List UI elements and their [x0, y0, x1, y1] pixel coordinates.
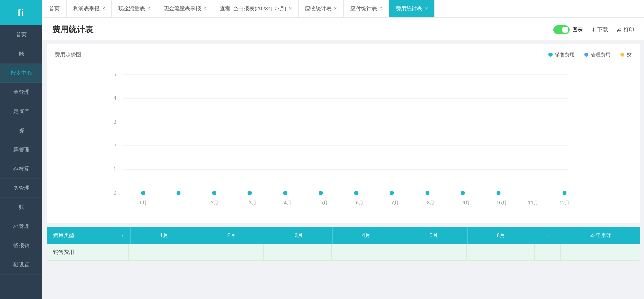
svg-text:3月: 3月 [249, 200, 256, 206]
svg-point-33 [461, 191, 465, 195]
tab-cashflow[interactable]: 现金流量表 × [112, 0, 157, 17]
header-col-5: 5月 [400, 227, 468, 244]
sidebar-item-reimbursement[interactable]: 畅报销 [0, 236, 42, 255]
svg-text:10月: 10月 [497, 200, 507, 206]
sidebar-item-salary[interactable]: 资 [0, 121, 42, 140]
sidebar-item-account2[interactable]: 账 [0, 198, 42, 217]
svg-text:4月: 4月 [284, 200, 292, 206]
content-area: 费用统计表 图表 ⬇ 下载 🖨 打印 费用趋势图 [42, 18, 644, 299]
tab-blank-report[interactable]: 查看_空白报表(2023年02月) × [213, 0, 299, 17]
tab-cashflow-quarterly[interactable]: 现金流量表季报 × [157, 0, 213, 17]
tab-receivable[interactable]: 应收统计表 × [299, 0, 344, 17]
table-header-row: 费用类型 ‹ 1月 2月 3月 4月 5月 6月 › 本年累计 [47, 227, 640, 244]
tab-close-1[interactable]: × [102, 6, 105, 11]
print-label: 打印 [624, 26, 634, 33]
svg-text:4: 4 [114, 95, 116, 101]
svg-text:12月: 12月 [559, 200, 570, 206]
header-col-1: 1月 [131, 227, 198, 244]
next-month-button[interactable]: › [535, 227, 561, 244]
legend-label-finance: 财 [627, 51, 632, 58]
data-total-cell [561, 244, 640, 260]
data-type-cell: 销售费用 [47, 244, 129, 260]
data-cell-6 [467, 244, 535, 260]
chart-header: 费用趋势图 销售费用 管理费用 财 [55, 51, 632, 58]
chart-toggle-wrap[interactable]: 图表 [553, 25, 583, 34]
legend-finance-expense: 财 [620, 51, 632, 58]
tab-payable[interactable]: 应付统计表 × [344, 0, 389, 17]
tab-close-2[interactable]: × [147, 6, 150, 11]
svg-text:7月: 7月 [391, 200, 399, 206]
data-cell-4 [332, 244, 399, 260]
main-area: 首页 利润表季报 × 现金流量表 × 现金流量表季报 × 查看_空白报表(202… [42, 0, 644, 299]
header-col-6: 6月 [468, 227, 535, 244]
data-cell-3 [264, 244, 332, 260]
page-title: 费用统计表 [52, 24, 93, 35]
tab-close-7[interactable]: × [425, 6, 428, 11]
next-icon[interactable]: › [547, 232, 549, 239]
sidebar-item-settings[interactable]: 础设置 [0, 255, 42, 275]
chart-legend: 销售费用 管理费用 财 [548, 51, 632, 58]
sidebar-item-home[interactable]: 首页 [0, 25, 42, 44]
legend-sales-expense: 销售费用 [548, 51, 575, 58]
tab-bar: 首页 利润表季报 × 现金流量表 × 现金流量表季报 × 查看_空白报表(202… [42, 0, 644, 18]
sidebar-item-inventory[interactable]: 存核算 [0, 159, 42, 179]
svg-point-30 [354, 191, 359, 195]
svg-text:2: 2 [114, 143, 116, 148]
header-total-col: 本年累计 [561, 227, 640, 244]
sidebar-item-reports[interactable]: 报表中心 [0, 64, 42, 83]
chart-section: 费用趋势图 销售费用 管理费用 财 [47, 44, 640, 223]
legend-admin-expense: 管理费用 [584, 51, 611, 58]
download-label: 下载 [597, 26, 608, 33]
prev-month-button[interactable]: ‹ [122, 232, 124, 239]
data-cell-spacer [535, 244, 561, 260]
sidebar-item-invoice[interactable]: 票管理 [0, 140, 42, 159]
data-table: 费用类型 ‹ 1月 2月 3月 4月 5月 6月 › 本年累计 销售费用 [47, 227, 640, 261]
data-cell-2 [196, 244, 264, 260]
sidebar: fi 首页 账 报表中心 金管理 定资产 资 票管理 存核算 务管理 账 档管理… [0, 0, 42, 299]
tab-close-5[interactable]: × [334, 6, 337, 11]
svg-text:9月: 9月 [462, 200, 470, 206]
header-col-2: 2月 [198, 227, 265, 244]
chart-title: 费用趋势图 [55, 51, 81, 58]
svg-text:6月: 6月 [356, 200, 363, 206]
tab-close-3[interactable]: × [203, 6, 206, 11]
svg-point-28 [283, 191, 287, 195]
tab-home[interactable]: 首页 [42, 0, 67, 17]
legend-dot-finance [620, 53, 624, 57]
svg-point-27 [248, 191, 252, 195]
svg-point-26 [212, 191, 216, 195]
legend-dot-sales [548, 53, 553, 57]
sidebar-item-assets[interactable]: 定资产 [0, 102, 42, 121]
tab-close-6[interactable]: × [379, 6, 382, 11]
header-actions: 图表 ⬇ 下载 🖨 打印 [553, 25, 634, 34]
data-cell-1 [129, 244, 196, 260]
svg-text:5: 5 [114, 72, 116, 78]
svg-text:8月: 8月 [427, 200, 435, 206]
svg-text:3: 3 [114, 119, 116, 125]
sidebar-logo: fi [0, 0, 42, 25]
page-header: 费用统计表 图表 ⬇ 下载 🖨 打印 [42, 18, 644, 40]
svg-point-25 [177, 191, 181, 195]
tab-expense[interactable]: 费用统计表 × [389, 0, 435, 17]
header-type-label: 费用类型 [53, 232, 74, 239]
legend-dot-admin [584, 53, 588, 57]
print-button[interactable]: 🖨 打印 [616, 26, 634, 33]
chart-container: 5 4 3 2 1 0 1月 2月 3月 4月 5月 6月 7月 8月 9月 [55, 62, 632, 215]
table-row-sales: 销售费用 [47, 244, 640, 261]
sidebar-item-service[interactable]: 务管理 [0, 179, 42, 198]
download-button[interactable]: ⬇ 下载 [591, 26, 608, 33]
print-icon: 🖨 [616, 27, 622, 33]
tab-close-4[interactable]: × [289, 6, 292, 11]
sidebar-item-ledger[interactable]: 账 [0, 44, 42, 64]
legend-label-sales: 销售费用 [555, 51, 575, 58]
sidebar-item-archive[interactable]: 档管理 [0, 217, 42, 236]
header-col-3: 3月 [265, 227, 333, 244]
svg-text:0: 0 [114, 190, 116, 196]
svg-text:11月: 11月 [528, 200, 538, 206]
legend-label-admin: 管理费用 [591, 51, 611, 58]
svg-text:1月: 1月 [139, 200, 147, 206]
chart-toggle[interactable] [553, 25, 570, 34]
svg-point-34 [497, 191, 501, 195]
sidebar-item-cash[interactable]: 金管理 [0, 83, 42, 102]
tab-profit-quarterly[interactable]: 利润表季报 × [67, 0, 112, 17]
